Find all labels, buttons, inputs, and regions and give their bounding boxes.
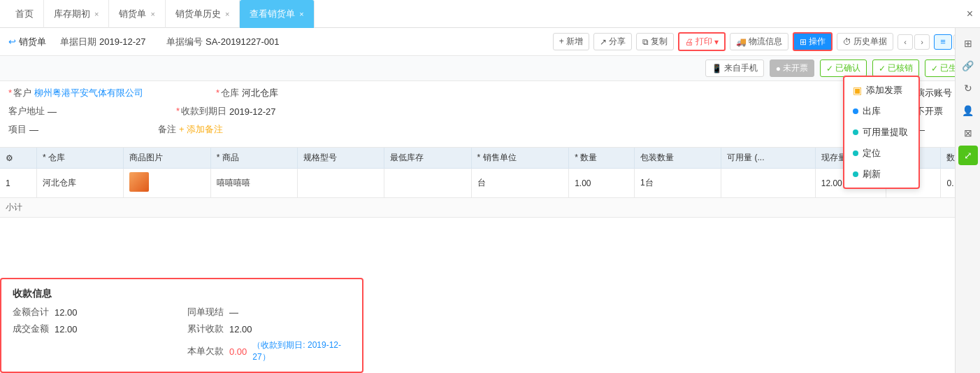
- doc-title: ↩ 销货单: [8, 36, 46, 48]
- col-product: * 商品: [210, 148, 297, 169]
- available-qty-item[interactable]: 可用量提取: [844, 122, 918, 143]
- main-content: ↩ 销货单 单据日期 2019-12-27 单据编号 SA-20191227-0…: [0, 28, 980, 373]
- project-field: 项目 —: [8, 123, 85, 136]
- truck-icon: 🚚: [736, 37, 747, 47]
- next-button[interactable]: ›: [914, 34, 930, 50]
- subtotal-row: 小计: [0, 198, 980, 218]
- col-settings[interactable]: ⚙: [0, 148, 37, 169]
- close-view-sales-tab[interactable]: ×: [299, 10, 303, 18]
- operation-button[interactable]: ⊞ 操作: [793, 32, 833, 51]
- doc-meta: 单据日期 2019-12-27 单据编号 SA-20191227-001: [60, 36, 553, 48]
- row-min-stock: [384, 169, 471, 198]
- window-close-button[interactable]: ×: [967, 8, 973, 20]
- col-spec: 规格型号: [297, 148, 384, 169]
- operation-dropdown: ▣ 添加发票 出库 可用量提取 定位 刷新: [843, 76, 920, 189]
- sidebar-icon-2[interactable]: 🔗: [958, 56, 978, 76]
- row-warehouse: 河北仓库: [37, 169, 124, 198]
- mobile-button[interactable]: 📱 来自手机: [705, 59, 764, 77]
- col-available: 可用量 (...: [721, 148, 816, 169]
- order-table: ⚙ * 仓库 商品图片 * 商品 规格型号 最低库存 * 销售单位 * 数量 包…: [0, 148, 980, 218]
- row-available: [721, 169, 816, 198]
- same-order-row: 同单现结 —: [187, 306, 351, 318]
- form-row-1: 客户 柳州粤港平安气体有限公司 仓库 河北仓库 业务员 演示账号: [8, 87, 972, 99]
- history-icon: ⏱: [843, 37, 851, 47]
- outbound-item[interactable]: 出库: [844, 101, 918, 122]
- mobile-icon: 📱: [712, 64, 722, 73]
- effective-icon: ✓: [931, 64, 938, 73]
- row-product-img: [124, 169, 210, 198]
- row-product: 嘻嘻嘻嘻: [210, 169, 297, 198]
- close-sales-tab[interactable]: ×: [150, 10, 154, 18]
- share-button[interactable]: ↗ 分享: [593, 33, 632, 50]
- outbound-icon: [853, 108, 858, 114]
- col-product-img: 商品图片: [124, 148, 210, 169]
- doc-header: ↩ 销货单 单据日期 2019-12-27 单据编号 SA-20191227-0…: [0, 28, 980, 56]
- add-note-button[interactable]: + 添加备注: [179, 123, 223, 136]
- add-invoice-item[interactable]: ▣ 添加发票: [844, 80, 918, 101]
- voided-icon: ✓: [879, 64, 886, 73]
- logistics-button[interactable]: 🚚 物流信息: [730, 33, 788, 50]
- grid-icon: ⊞: [800, 37, 807, 47]
- payment-grid: 金额合计 12.00 同单现结 — 成交金额 12.00 累计收款 12.00: [13, 306, 351, 363]
- tab-sales[interactable]: 销货单 ×: [109, 0, 165, 28]
- tab-home[interactable]: 首页: [6, 0, 44, 28]
- payment-section: 收款信息 金额合计 12.00 同单现结 — 成交金额 12.00 累计收款 1…: [0, 278, 363, 373]
- warehouse-field: 仓库 河北仓库: [216, 87, 298, 99]
- tab-view-sales[interactable]: 查看销货单 ×: [240, 0, 314, 28]
- close-inventory-tab[interactable]: ×: [94, 10, 99, 18]
- share-icon: ↗: [600, 37, 607, 47]
- refresh-icon: [853, 171, 858, 177]
- table-wrap: ⚙ * 仓库 商品图片 * 商品 规格型号 最低库存 * 销售单位 * 数量 包…: [0, 147, 980, 218]
- invoice-icon: ▣: [853, 85, 862, 96]
- payment-title: 收款信息: [13, 288, 351, 300]
- col-qty: * 数量: [569, 148, 635, 169]
- note-field: 备注 + 添加备注: [158, 123, 223, 136]
- copy-icon: ⧉: [642, 37, 649, 47]
- customer-field: 客户 柳州粤港平安气体有限公司: [8, 87, 143, 99]
- doc-actions: + 新增 ↗ 分享 ⧉ 复制 🖨 打印 ▾ 🚚 物流信息: [553, 32, 972, 51]
- address-field: 客户地址 —: [8, 105, 103, 118]
- doc-date-field: 单据日期 2019-12-27: [60, 36, 155, 48]
- row-spec: [297, 169, 384, 198]
- confirm-button[interactable]: ✓ 已确认: [820, 59, 867, 77]
- locate-item[interactable]: 定位: [844, 143, 918, 164]
- due-row: 本单欠款 0.00 （收款到期日: 2019-12-27）: [187, 339, 351, 363]
- copy-button[interactable]: ⧉ 复制: [636, 33, 674, 50]
- tab-inventory[interactable]: 库存期初 ×: [44, 0, 109, 28]
- nav-arrows: ‹ ›: [898, 34, 930, 50]
- row-pkg-qty: 1台: [634, 169, 721, 198]
- right-sidebar: ⊞ 🔗 ↻ 👤 ⊠ ⤢: [955, 28, 980, 373]
- available-qty-icon: [853, 129, 858, 135]
- new-button[interactable]: + 新增: [553, 33, 589, 50]
- row-unit: 台: [471, 169, 569, 198]
- refresh-item[interactable]: 刷新: [844, 164, 918, 185]
- tag-icon: ●: [776, 64, 781, 73]
- product-image: [129, 172, 149, 192]
- print-icon: 🖨: [685, 37, 693, 47]
- unopened-button[interactable]: ● 未开票: [770, 59, 814, 77]
- print-button[interactable]: 🖨 打印 ▾: [678, 32, 726, 51]
- sidebar-expand-icon[interactable]: ⤢: [958, 146, 978, 165]
- print-dropdown-icon: ▾: [714, 37, 719, 47]
- close-sales-history-tab[interactable]: ×: [225, 10, 229, 18]
- sales-order-icon: ↩: [8, 36, 16, 47]
- col-min-stock: 最低库存: [384, 148, 471, 169]
- voided-button[interactable]: ✓ 已核销: [872, 59, 919, 77]
- history-button[interactable]: ⏱ 历史单据: [837, 33, 893, 50]
- col-unit: * 销售单位: [471, 148, 569, 169]
- tab-sales-history[interactable]: 销货单历史 ×: [166, 0, 240, 28]
- form-row-2: 客户地址 — 收款到期日 2019-12-27 票据类型 不开票: [8, 105, 972, 118]
- doc-number-field: 单据编号 SA-20191227-001: [166, 36, 280, 48]
- tab-bar: 首页 库存期初 × 销货单 × 销货单历史 × 查看销货单 × ×: [0, 0, 980, 28]
- form-area: 客户 柳州粤港平安气体有限公司 仓库 河北仓库 业务员 演示账号 客户地址 —: [0, 81, 980, 147]
- sidebar-icon-5[interactable]: ⊠: [958, 123, 978, 143]
- list-view-button[interactable]: ≡: [934, 34, 952, 50]
- form-row-3: 项目 — 备注 + 添加备注 业务员孟 —: [8, 123, 972, 136]
- col-warehouse: * 仓库: [37, 148, 124, 169]
- sidebar-icon-4[interactable]: 👤: [958, 101, 978, 120]
- prev-button[interactable]: ‹: [898, 34, 913, 50]
- sidebar-icon-3[interactable]: ↻: [958, 78, 978, 98]
- row-qty: 1.00: [569, 169, 635, 198]
- col-pkg-qty: 包装数量: [634, 148, 721, 169]
- sidebar-icon-1[interactable]: ⊞: [958, 34, 978, 53]
